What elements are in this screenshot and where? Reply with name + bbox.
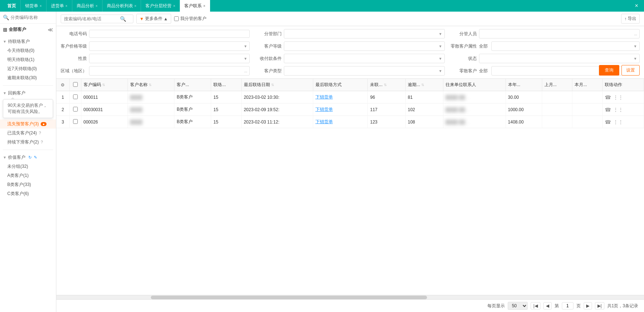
scroll-thumb[interactable] <box>151 296 427 299</box>
price-level-select[interactable]: ▼ <box>89 41 250 51</box>
cell-checkbox[interactable] <box>69 91 81 104</box>
phone-input[interactable] <box>89 30 250 38</box>
nav-tab-home[interactable]: 首页 <box>3 0 21 12</box>
settings-button[interactable]: 设置 <box>621 65 640 76</box>
sidebar-item-class-c[interactable]: C类客户(6) <box>0 189 56 198</box>
per-page-select[interactable]: 50 100 <box>508 302 528 310</box>
cell-this-year: 1408.00 <box>506 116 542 128</box>
main-search-input[interactable] <box>64 16 118 21</box>
filter-row-status: 状态 ▼ <box>451 54 640 63</box>
sidebar-item-ungrouped[interactable]: 未分组(32) <box>0 162 56 171</box>
refresh-icon[interactable]: ↻ <box>28 155 32 160</box>
sidebar-item-overdue-pending[interactable]: 逾期未联络(30) <box>0 73 56 82</box>
col-header-this-year: 本年... <box>506 79 542 91</box>
sidebar-item-class-a[interactable]: A类客户(1) <box>0 171 56 180</box>
sidebar-section-pending: ▼ 待联络客户 今天待联络(0) 明天待联络(1) 近7天待联络(0) 逾期未联… <box>0 36 56 84</box>
contact-action-icon[interactable]: ☎ <box>605 107 611 113</box>
cell-index: 2 <box>56 104 69 116</box>
more-conditions-button[interactable]: ▼ 更多条件 ▲ <box>136 14 171 24</box>
close-icon[interactable]: × <box>134 4 137 8</box>
customer-type-select[interactable]: ▼ <box>284 66 444 76</box>
grid-icon: ⊞ <box>3 27 7 33</box>
export-button[interactable]: ↑ 导出 <box>621 14 640 24</box>
sidebar-item-tomorrow-pending[interactable]: 明天待联络(1) <box>0 55 56 64</box>
nav-tab-product-analysis-list[interactable]: 商品分析列表 × <box>102 0 141 12</box>
window-close-button[interactable]: × <box>632 3 641 9</box>
search-input-wrap: 🔍 <box>61 15 133 23</box>
nav-tab-customer-tier[interactable]: 客户分层经营 × <box>141 0 180 12</box>
prev-page-button[interactable]: ◀ <box>543 302 552 309</box>
chevron-down-icon: ▼ <box>243 57 247 61</box>
cell-last-contact-method[interactable]: 下销货单 <box>313 91 368 104</box>
settings-icon[interactable]: ⚙ <box>61 82 65 88</box>
region-select[interactable]: ... <box>89 66 250 76</box>
more-action-icon[interactable]: ⋮⋮ <box>613 119 623 125</box>
select-all-checkbox[interactable] <box>73 82 78 87</box>
sidebar-item-today-pending[interactable]: 今天待联络(0) <box>0 46 56 55</box>
sidebar-item-churn-warning[interactable]: 流失预警客户(3) ● <box>0 119 56 129</box>
cell-name: ████ <box>128 91 174 104</box>
sidebar-item-already-churned[interactable]: 已流失客户(24) ? <box>0 129 56 138</box>
sidebar-collapse-button[interactable]: ≪ <box>48 27 53 33</box>
cell-checkbox[interactable] <box>69 116 81 128</box>
close-icon[interactable]: × <box>65 4 68 8</box>
my-customers-checkbox-wrap[interactable]: 我分管的客户 <box>174 16 206 22</box>
sidebar-item-declining[interactable]: 持续下滑客户(2) ? <box>0 138 56 147</box>
my-customers-checkbox[interactable] <box>174 16 179 21</box>
next-page-button[interactable]: ▶ <box>584 302 592 309</box>
sidebar-item-7day-pending[interactable]: 近7天待联络(0) <box>0 64 56 73</box>
sidebar-section-header-pending[interactable]: ▼ 待联络客户 <box>0 37 56 46</box>
close-icon[interactable]: × <box>40 4 42 8</box>
nature-select[interactable]: ▼ <box>89 54 250 63</box>
customer-level-select[interactable]: ▼ <box>284 41 444 51</box>
contact-action-icon[interactable]: ☎ <box>605 94 611 100</box>
more-action-icon[interactable]: ⋮⋮ <box>613 107 623 113</box>
main-layout: 🔍 ⊞ 全部客户 ≪ ▼ 待联络客户 今天待联络(0) 明天待联络(1) 近7天… <box>0 12 644 312</box>
close-icon[interactable]: × <box>173 4 175 8</box>
cell-unit-contact: ████ ██... <box>443 116 506 128</box>
chevron-down-icon: ▼ <box>3 40 7 44</box>
divider <box>3 85 53 86</box>
contact-action-icon[interactable]: ☎ <box>605 119 611 125</box>
nav-tab-sales[interactable]: 销货单 × <box>21 0 47 12</box>
status-select[interactable]: ▼ <box>479 54 640 63</box>
close-icon[interactable]: × <box>203 4 205 8</box>
filter-row-customer-level: 客户等级 ▼ <box>255 41 444 51</box>
cell-last-contact-method[interactable]: 下销货单 <box>313 104 368 116</box>
filter-row-payment: 收付款条件 ▼ <box>255 54 444 63</box>
last-page-button[interactable]: ▶| <box>595 302 604 309</box>
cell-not-contact: 96 <box>368 91 406 104</box>
sidebar-search: 🔍 <box>0 12 56 24</box>
first-page-button[interactable]: |◀ <box>531 302 540 309</box>
sidebar-item-class-b[interactable]: B类客户(33) <box>0 180 56 189</box>
cell-this-year: 1000.00 <box>506 104 542 116</box>
sidebar-all-customers[interactable]: ⊞ 全部客户 ≪ <box>0 24 56 36</box>
cell-checkbox[interactable] <box>69 104 81 116</box>
nav-tab-purchase[interactable]: 进货单 × <box>47 0 72 12</box>
close-icon[interactable]: × <box>96 4 98 8</box>
sidebar-search-input[interactable] <box>11 15 56 20</box>
zero-attr-select[interactable]: ▼ <box>491 41 640 51</box>
query-button[interactable]: 查询 <box>599 65 619 76</box>
sort-icon[interactable]: ⇅ <box>421 83 424 87</box>
sort-icon[interactable]: ⇅ <box>149 83 152 87</box>
person-select[interactable]: ... <box>479 29 640 39</box>
sort-icon[interactable]: ⇅ <box>384 83 387 87</box>
search-submit-icon[interactable]: 🔍 <box>120 16 126 22</box>
more-action-icon[interactable]: ⋮⋮ <box>613 94 623 100</box>
horizontal-scrollbar[interactable] <box>56 295 644 299</box>
sort-icon[interactable]: ⇅ <box>102 83 105 87</box>
sidebar-section-header-churn[interactable]: ▼ 回购客户 <box>0 89 56 98</box>
payment-select[interactable]: ▼ <box>284 54 444 63</box>
sort-icon[interactable]: ⇅ <box>271 83 274 87</box>
nav-tab-product-analysis[interactable]: 商品分析 × <box>72 0 102 12</box>
edit-icon[interactable]: ✎ <box>34 155 37 160</box>
page-number-input[interactable] <box>562 302 573 309</box>
col-settings[interactable]: ⚙ <box>56 79 69 91</box>
cell-last-contact-method[interactable]: 下销货单 <box>313 116 368 128</box>
sidebar-section-header-value[interactable]: ▼ 价值客户 ↻ ✎ <box>0 153 56 162</box>
cell-name: ████ <box>128 116 174 128</box>
dept-select[interactable]: ▼ <box>284 29 444 39</box>
nav-tab-customer-contact[interactable]: 客户联系 × <box>180 0 210 12</box>
col-checkbox-header[interactable] <box>69 79 81 91</box>
